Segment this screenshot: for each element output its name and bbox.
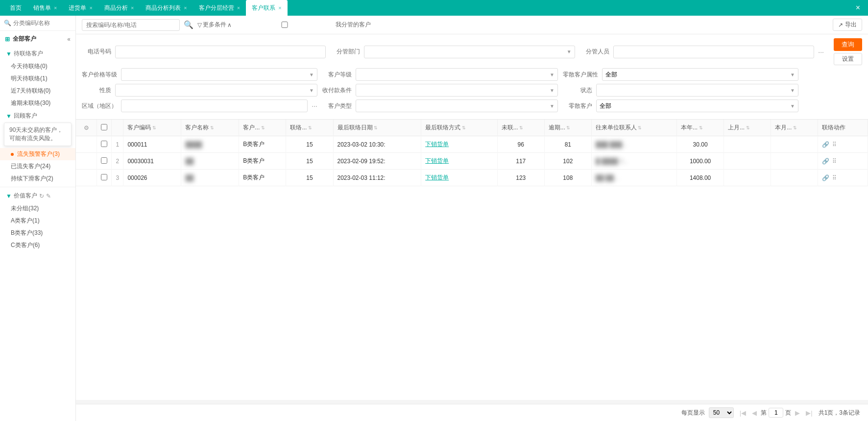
- nav-sales[interactable]: 销售单 ×: [27, 0, 63, 16]
- row-last-method[interactable]: 下销货单: [421, 170, 497, 186]
- dept-select[interactable]: ▼: [364, 46, 575, 58]
- person-input[interactable]: [613, 46, 815, 58]
- col-unit-contact[interactable]: 往来单位联系人: [591, 120, 676, 136]
- next-page-button[interactable]: ▶: [793, 408, 802, 418]
- nav-home[interactable]: 首页: [4, 0, 27, 16]
- close-goods-analysis-tab[interactable]: ×: [131, 5, 134, 11]
- search-input[interactable]: [82, 19, 180, 31]
- refresh-icon[interactable]: ↻: [39, 193, 44, 199]
- col-this-month[interactable]: 本月...: [771, 120, 818, 136]
- price-grade-select[interactable]: ▼: [121, 68, 317, 81]
- last-page-button[interactable]: ▶|: [804, 408, 814, 418]
- chevron-down-icon-6: ▼: [550, 88, 555, 93]
- action-link-icon[interactable]: 🔗: [822, 174, 829, 181]
- payment-select[interactable]: ▼: [356, 84, 558, 97]
- prev-page-button[interactable]: ◀: [750, 408, 759, 418]
- sidebar-item-classA[interactable]: A类客户(1): [0, 215, 75, 227]
- col-last-month[interactable]: 上月...: [724, 120, 771, 136]
- retail-attr-select[interactable]: 全部 ▼: [602, 68, 798, 81]
- close-customer-layered-tab[interactable]: ×: [237, 5, 240, 11]
- nav-customer-contact[interactable]: 客户联系 ×: [246, 0, 287, 16]
- my-customer-checkbox[interactable]: [236, 22, 334, 28]
- action-link-icon[interactable]: 🔗: [822, 141, 829, 148]
- sidebar-search-input[interactable]: [13, 20, 72, 26]
- nav-customer-layered[interactable]: 客户分层经营 ×: [193, 0, 246, 16]
- nav-purchase[interactable]: 进货单 ×: [63, 0, 98, 16]
- region-dots-button[interactable]: ···: [312, 102, 317, 110]
- row-checkbox[interactable]: [101, 174, 107, 180]
- col-this-year[interactable]: 本年...: [677, 120, 724, 136]
- col-last-date[interactable]: 最后联络日期: [333, 120, 421, 136]
- col-code[interactable]: 客户编码: [123, 120, 181, 136]
- retail-select[interactable]: 全部 ▼: [596, 99, 798, 112]
- cust-type-select[interactable]: ▼: [356, 99, 558, 112]
- settings-button[interactable]: 设置: [834, 53, 862, 65]
- chevron-down-icon-4: ▼: [790, 72, 795, 77]
- nav-goods-analysis-list[interactable]: 商品分析列表 ×: [140, 0, 193, 16]
- page-input[interactable]: [769, 408, 783, 418]
- col-type[interactable]: 客户...: [239, 120, 286, 136]
- col-contact[interactable]: 联络...: [286, 120, 333, 136]
- row-name: ██: [181, 170, 239, 186]
- close-sales-tab[interactable]: ×: [54, 5, 57, 11]
- sidebar-group-value[interactable]: ▼ 价值客户 ↻ ✎: [0, 189, 75, 202]
- first-page-button[interactable]: |◀: [738, 408, 748, 418]
- close-goods-analysis-list-tab[interactable]: ×: [184, 5, 187, 11]
- nav-goods-analysis[interactable]: 商品分析 ×: [98, 0, 140, 16]
- sidebar-item-overdue[interactable]: 逾期未联络(30): [0, 97, 75, 109]
- status-select[interactable]: ▼: [596, 84, 798, 97]
- filter-retail-attr: 零散客户属性 全部 ▼: [563, 68, 798, 81]
- close-customer-contact-tab[interactable]: ×: [278, 5, 281, 11]
- person-dots-button[interactable]: ···: [818, 48, 824, 56]
- sidebar-search-icon: 🔍: [4, 20, 11, 26]
- sidebar-item-ungrp[interactable]: 未分组(32): [0, 202, 75, 215]
- export-button[interactable]: ↗ 导出: [833, 19, 862, 31]
- table-row: 2 00030031 ██ B类客户 15 2023-02-09 19:52: …: [76, 153, 868, 170]
- row-last-method[interactable]: 下销货单: [421, 153, 497, 170]
- horizontal-scrollbar[interactable]: [76, 400, 868, 404]
- col-name[interactable]: 客户名称: [181, 120, 239, 136]
- cust-grade-select[interactable]: ▼: [356, 68, 558, 81]
- edit-icon[interactable]: ✎: [46, 193, 51, 199]
- sidebar-item-classB[interactable]: B类客户(33): [0, 227, 75, 239]
- row-last-month: [724, 153, 771, 170]
- select-all-checkbox[interactable]: [101, 124, 107, 130]
- sidebar-item-declining[interactable]: 持续下滑客户(2): [0, 173, 75, 185]
- col-last-method[interactable]: 最后联络方式: [421, 120, 497, 136]
- sidebar-item-churned[interactable]: 已流失客户(24): [0, 160, 75, 173]
- more-conditions-button[interactable]: ▽ 更多条件 ∧: [197, 21, 232, 29]
- sidebar-group-pending[interactable]: ▼ 待联络客户: [0, 47, 75, 60]
- close-purchase-tab[interactable]: ×: [89, 5, 92, 11]
- col-gear[interactable]: ⚙: [76, 120, 97, 136]
- nature-select[interactable]: ▼: [115, 84, 317, 97]
- query-button[interactable]: 查询: [834, 38, 862, 51]
- sidebar-all-customers[interactable]: ⊞ 全部客户 «: [0, 31, 75, 47]
- row-unit-contact: ███ ███...: [591, 136, 676, 153]
- row-last-method[interactable]: 下销货单: [421, 136, 497, 153]
- page-size-select[interactable]: 50 100 200: [709, 407, 734, 418]
- search-button[interactable]: 🔍: [184, 20, 193, 29]
- phone-input[interactable]: [115, 46, 326, 58]
- action-more-icon[interactable]: ⠿: [832, 141, 837, 148]
- main-content: 🔍 ▽ 更多条件 ∧ 我分管的客户 ↗ 导出 电话号码: [76, 16, 868, 421]
- action-more-icon[interactable]: ⠿: [832, 174, 837, 181]
- sidebar-item-7days[interactable]: 近7天待联络(0): [0, 85, 75, 97]
- close-all-button[interactable]: ×: [852, 3, 864, 12]
- sidebar-item-tomorrow[interactable]: 明天待联络(1): [0, 73, 75, 85]
- row-not-contacted: 96: [497, 136, 544, 153]
- sidebar-item-churn-warning[interactable]: 流失预警客户(3): [0, 148, 75, 160]
- action-link-icon[interactable]: 🔗: [822, 158, 829, 165]
- sidebar-item-classC[interactable]: C类客户(6): [0, 239, 75, 251]
- region-input[interactable]: [121, 99, 308, 112]
- col-overdue[interactable]: 逾期...: [544, 120, 591, 136]
- col-not-contacted[interactable]: 未联...: [497, 120, 544, 136]
- sidebar-item-today[interactable]: 今天待联络(0): [0, 60, 75, 73]
- sidebar-group-review[interactable]: ▼ 回顾客户: [0, 109, 75, 123]
- filter-cust-grade: 客户等级 ▼: [322, 68, 558, 81]
- action-more-icon[interactable]: ⠿: [832, 158, 837, 165]
- my-customer-toggle[interactable]: 我分管的客户: [236, 21, 371, 29]
- chevron-down-icon-8: ▼: [550, 103, 555, 109]
- row-checkbox[interactable]: [101, 157, 107, 164]
- row-overdue: 102: [544, 153, 591, 170]
- row-checkbox[interactable]: [101, 141, 107, 147]
